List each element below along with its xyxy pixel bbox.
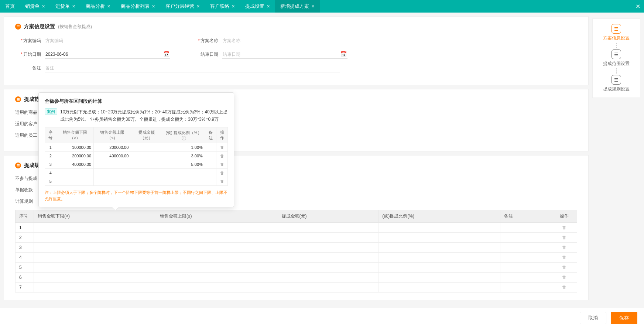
th-lower: 销售金额下限（>）	[56, 127, 94, 143]
table-row[interactable]: 4🗑	[16, 253, 577, 263]
delete-icon[interactable]: 🗑	[562, 285, 566, 290]
table-row[interactable]: 2🗑	[16, 233, 577, 243]
cancel-button[interactable]: 取消	[580, 312, 606, 324]
tab-customer-contact[interactable]: 客户联络✕	[205, 0, 240, 13]
close-icon[interactable]: ✕	[232, 4, 235, 9]
delete-icon[interactable]: 🗑	[220, 171, 224, 175]
th-index: 序号	[45, 127, 56, 143]
table-row: 2200000.00400000.003.00%🗑	[45, 151, 228, 160]
table-row: 1100000.00200000.001.00%🗑	[45, 143, 228, 151]
label-plan-name: 方案名称	[192, 38, 218, 44]
table-row[interactable]: 3🗑	[16, 243, 577, 253]
table-row[interactable]: 7🗑	[16, 283, 577, 293]
close-icon[interactable]: ✕	[267, 4, 270, 9]
th-lower: 销售金额下限(>)	[34, 210, 156, 223]
delete-icon[interactable]: 🗑	[220, 154, 224, 158]
side-anchor-nav: ☰ 方案信息设置 ☰ 提成范围设置 ☰ 提成规则设置	[592, 18, 640, 98]
label-plan-code: 方案编码	[15, 38, 41, 44]
table-row: 5🗑	[45, 177, 228, 185]
tabbar-close-icon[interactable]: ✕	[631, 0, 644, 13]
th-action: 操作	[216, 127, 228, 143]
table-row: 4🗑	[45, 168, 228, 177]
tab-product-analysis[interactable]: 商品分析✕	[80, 0, 116, 13]
panel-title: 方案信息设置	[24, 23, 55, 30]
th-remark: 备注	[500, 210, 551, 223]
side-nav-rules[interactable]: ☰ 提成规则设置	[595, 75, 638, 92]
tab-purchase-order[interactable]: 进货单✕	[50, 0, 80, 13]
delete-icon[interactable]: 🗑	[220, 179, 224, 184]
th-upper: 销售金额上限（≤）	[94, 127, 131, 143]
label-calc-rule: 计算规则	[15, 198, 33, 205]
close-icon[interactable]: ✕	[311, 4, 315, 9]
th-index: 序号	[16, 210, 34, 223]
footer-bar: 取消 保存	[0, 308, 644, 328]
delete-icon[interactable]: 🗑	[562, 235, 566, 240]
delete-icon[interactable]: 🗑	[220, 162, 224, 167]
input-start-date[interactable]	[45, 50, 170, 59]
panel-subtitle: (按销售金额提成)	[58, 24, 92, 30]
table-row: 3400000.005.00%🗑	[45, 160, 228, 168]
th-amount: 提成金额(元)	[278, 210, 378, 223]
close-icon[interactable]: ✕	[72, 4, 75, 9]
input-end-date[interactable]	[222, 50, 347, 59]
th-rate: (或) 提成比例（%）i	[162, 127, 205, 143]
delete-icon[interactable]: 🗑	[562, 245, 566, 250]
table-row[interactable]: 1🗑	[16, 223, 577, 233]
label-remark: 备注	[15, 65, 41, 71]
popover-note: 注：上限必须大于下限；多个阶梯时，下一个阶梯下限要等于前一阶梯上限；不同行之间下…	[45, 189, 228, 202]
close-icon[interactable]: ✕	[152, 4, 155, 9]
label-end-date: 结束日期	[192, 51, 218, 58]
delete-icon[interactable]: 🗑	[562, 265, 566, 270]
calendar-icon[interactable]: 📅	[340, 51, 347, 57]
delete-icon[interactable]: 🗑	[562, 275, 566, 280]
delete-icon[interactable]: 🗑	[220, 145, 224, 150]
th-rate: (或)提成比例(%)	[378, 210, 500, 223]
th-amount: 提成金额（元）	[131, 127, 162, 143]
table-row[interactable]: 6🗑	[16, 273, 577, 283]
nav-icon: ☰	[612, 75, 621, 85]
nav-icon: ☰	[612, 24, 621, 34]
close-icon[interactable]: ✕	[42, 4, 45, 9]
tab-home[interactable]: 首页	[0, 0, 20, 13]
example-popover: 全额参与所在区间段的计算 案例 10万元以下无提成；10~20万元提成比例为1%…	[38, 92, 234, 207]
popover-title: 全额参与所在区间段的计算	[45, 98, 228, 105]
case-tag: 案例	[45, 108, 57, 115]
panel-plan-info: ☰ 方案信息设置 (按销售金额提成) 方案编码 方案名称 开始日期 📅	[4, 16, 589, 85]
tab-product-analysis-list[interactable]: 商品分析列表✕	[116, 0, 160, 13]
close-icon[interactable]: ✕	[107, 4, 110, 9]
th-remark: 备注	[205, 127, 216, 143]
delete-icon[interactable]: 🗑	[562, 255, 566, 260]
tab-customer-tier[interactable]: 客户分层经营✕	[160, 0, 205, 13]
save-button[interactable]: 保存	[611, 312, 637, 324]
case-text: 10万元以下无提成；10~20万元提成比例为1%；20~40万提成比例为3%；4…	[60, 108, 228, 123]
label-start-date: 开始日期	[15, 51, 41, 58]
tab-bar: 首页 销货单✕ 进货单✕ 商品分析✕ 商品分析列表✕ 客户分层经营✕ 客户联络✕…	[0, 0, 644, 13]
input-remark[interactable]	[45, 64, 340, 72]
delete-icon[interactable]: 🗑	[562, 225, 566, 230]
side-nav-plan-info[interactable]: ☰ 方案信息设置	[595, 24, 638, 41]
close-icon[interactable]: ✕	[196, 4, 200, 9]
input-plan-code[interactable]	[45, 37, 170, 45]
section-icon: ☰	[15, 24, 21, 30]
commission-rule-table: 序号 销售金额下限(>) 销售金额上限(≤) 提成金额(元) (或)提成比例(%…	[15, 210, 577, 293]
section-icon: ☰	[15, 163, 21, 168]
tab-commission-settings[interactable]: 提成设置✕	[240, 0, 275, 13]
example-table: 序号 销售金额下限（>） 销售金额上限（≤） 提成金额（元） (或) 提成比例（…	[45, 127, 228, 186]
tab-sales-order[interactable]: 销货单✕	[20, 0, 50, 13]
nav-icon: ☰	[612, 49, 621, 59]
section-icon: ☰	[15, 96, 21, 102]
input-plan-name[interactable]	[222, 37, 347, 45]
table-row[interactable]: 5🗑	[16, 263, 577, 273]
info-icon[interactable]: i	[182, 136, 186, 140]
th-upper: 销售金额上限(≤)	[156, 210, 278, 223]
tab-new-commission-plan[interactable]: 新增提成方案✕	[275, 0, 320, 13]
calendar-icon[interactable]: 📅	[163, 51, 169, 57]
th-action: 操作	[551, 210, 577, 223]
side-nav-scope[interactable]: ☰ 提成范围设置	[595, 49, 638, 67]
